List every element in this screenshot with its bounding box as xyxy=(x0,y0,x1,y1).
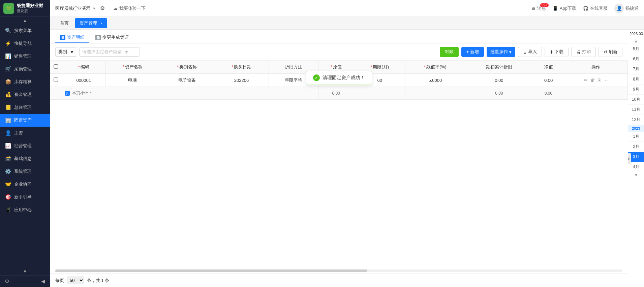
sidebar-item-basicinfo[interactable]: 🗃️ 基础信息 xyxy=(0,152,50,165)
batch-ops-arrow: ▾ xyxy=(509,50,512,55)
print-label: 打印 xyxy=(582,49,591,55)
company-arrow-icon: ▼ xyxy=(92,6,96,10)
calendar-nav-down[interactable]: ▼ xyxy=(634,172,639,178)
refresh-button[interactable]: ↺ 刷新 xyxy=(599,47,622,57)
change-voucher-icon: 📄 xyxy=(95,35,101,40)
category-select[interactable]: 类别 ▼ xyxy=(55,47,77,57)
month-10[interactable]: 10月 xyxy=(628,95,644,105)
sidebar-item-operations[interactable]: 📈 经营管理 xyxy=(0,139,50,152)
header-category: *类别名称 xyxy=(160,61,214,74)
company-selector[interactable]: 医疗器械行业演示 ▼ xyxy=(55,5,96,11)
sidebar-item-purchase[interactable]: 🛒 采购管理 xyxy=(0,63,50,75)
scrollbar-track[interactable] xyxy=(55,269,622,272)
cell-code: 000001 xyxy=(62,74,105,87)
expand-btn[interactable]: ◀ xyxy=(628,153,631,164)
sidebar-item-ledger[interactable]: 📒 总账管理 xyxy=(0,101,50,114)
category-label: 类别 xyxy=(58,49,67,55)
sidebar-item-appstore[interactable]: 📱 应用中心 xyxy=(0,203,50,216)
notifications-badge: 99+ xyxy=(540,3,549,7)
row-select-checkbox[interactable] xyxy=(54,77,58,82)
topbar-gear-icon[interactable]: ⚙ xyxy=(100,5,105,11)
edit-icon[interactable]: ✏ xyxy=(584,77,588,83)
row-checkbox[interactable] xyxy=(50,74,62,87)
more-icon[interactable]: ⋯ xyxy=(603,77,608,83)
sidebar-item-quicknav[interactable]: ⚡ 快捷导航 xyxy=(0,37,50,50)
delete-icon[interactable]: 🗑 xyxy=(590,77,595,83)
category-placeholder-text: 请选择固定资产类别 xyxy=(82,49,122,55)
user-profile-btn[interactable]: 👤 畅捷通 xyxy=(614,4,639,13)
right-panel: ◀ 2023.03 ▲ 5月 6月 7月 8月 9月 10月 11月 12月 2… xyxy=(628,30,644,287)
cloud-icon: ☁ xyxy=(113,6,118,11)
year-label[interactable]: 2023 xyxy=(628,125,644,132)
header-net-value: 净值 xyxy=(533,61,564,74)
month-1[interactable]: 1月 xyxy=(628,132,644,142)
cell-residual-rate: 5.0000 xyxy=(405,74,465,87)
download-button[interactable]: ⬇ 下载 xyxy=(545,47,569,57)
month-9[interactable]: 9月 xyxy=(628,85,644,95)
sidebar-item-system[interactable]: ⚙️ 系统管理 xyxy=(0,165,50,178)
sidebar-item-guide[interactable]: 🎯 新手引导 xyxy=(0,191,50,203)
tab-assets[interactable]: 资产管理 × xyxy=(75,18,107,28)
import-button[interactable]: ⤓ 导入 xyxy=(518,47,542,57)
guide-icon: 🎯 xyxy=(5,194,11,200)
sidebar-item-label: 销售管理 xyxy=(14,53,32,59)
category-placeholder[interactable]: 请选择固定资产类别 ▼ xyxy=(79,47,140,57)
cell-purchase-date: 202206 xyxy=(214,74,269,87)
online-support-btn[interactable]: 🎧 在线客服 xyxy=(583,5,608,11)
batch-ops-label: 批量操作 xyxy=(490,49,508,55)
refresh-icon: ↺ xyxy=(604,50,607,55)
tabs-bar: 首页 资产管理 × xyxy=(50,17,644,30)
month-2[interactable]: 2月 xyxy=(628,142,644,152)
sidebar-item-payroll[interactable]: 👤 工资 xyxy=(0,127,50,139)
experience-btn[interactable]: ☁ 我要体验一下 xyxy=(113,5,146,11)
month-12[interactable]: 12月 xyxy=(628,115,644,125)
topbar-divider xyxy=(109,5,109,12)
logo: 💚 畅捷通好业财 普及版 xyxy=(0,0,50,17)
app-download-btn[interactable]: 📱 App下载 xyxy=(553,5,576,11)
sidebar-item-assets[interactable]: 🏢 固定资产 xyxy=(0,114,50,127)
settings-icon[interactable]: ⚙ xyxy=(5,278,9,284)
category-arrow-icon: ▼ xyxy=(70,50,74,55)
copy-icon[interactable]: ⎘ xyxy=(598,77,601,83)
sidebar-item-sales[interactable]: 📊 销售管理 xyxy=(0,50,50,63)
sub-tabs: ☰ 资产明细 📄 变更生成凭证 xyxy=(50,30,628,43)
scrollbar-thumb[interactable] xyxy=(55,269,367,272)
year-month-label: 2023.03 xyxy=(630,32,643,36)
notifications-btn[interactable]: 🖥 消息 99+ xyxy=(531,5,546,11)
placeholder-arrow-icon: ▼ xyxy=(124,50,129,55)
sidebar-scroll-down[interactable]: ▼ xyxy=(0,268,50,275)
download-icon: ⬇ xyxy=(550,50,553,55)
batch-ops-button[interactable]: 批量操作 ▾ xyxy=(487,47,515,57)
header-residual-rate: *残值率(%) xyxy=(405,61,465,74)
month-5[interactable]: 5月 xyxy=(628,44,644,54)
refresh-label: 刷新 xyxy=(609,49,617,55)
month-8[interactable]: 8月 xyxy=(628,74,644,85)
sub-tab-change-voucher[interactable]: 📄 变更生成凭证 xyxy=(91,32,133,43)
funds-icon: 💰 xyxy=(5,92,11,98)
tab-home[interactable]: 首页 xyxy=(55,18,73,28)
reconcile-button[interactable]: 对账 xyxy=(440,47,459,57)
collapse-icon[interactable]: ◀ xyxy=(41,278,45,284)
print-button[interactable]: 🖨 打印 xyxy=(571,47,596,57)
sidebar-scroll-up[interactable]: ▲ xyxy=(0,17,50,24)
per-page-select[interactable]: 50 100 xyxy=(67,277,84,284)
reconcile-label: 对账 xyxy=(445,49,454,55)
month-4[interactable]: 4月 xyxy=(628,162,644,172)
month-6[interactable]: 6月 xyxy=(628,54,644,64)
sidebar-item-inventory[interactable]: 📦 库存核算 xyxy=(0,75,50,88)
sidebar-item-search[interactable]: 🔍 搜索菜单 xyxy=(0,24,50,37)
sidebar-item-label: 固定资产 xyxy=(14,117,32,123)
tab-close-icon[interactable]: × xyxy=(100,21,102,25)
sidebar-item-funds[interactable]: 💰 资金管理 xyxy=(0,88,50,101)
toolbar-right: 对账 + 新增 批量操作 ▾ ⤓ 导入 ⬇ 下载 xyxy=(440,47,622,57)
select-all-checkbox[interactable] xyxy=(54,64,58,69)
month-11[interactable]: 11月 xyxy=(628,105,644,115)
sidebar-item-enterprise[interactable]: 🤝 企业协同 xyxy=(0,178,50,191)
subtotal-row: 页 本页小计： 0.00 0.00 0.00 xyxy=(50,87,628,100)
success-icon: ✓ xyxy=(313,74,320,81)
new-button[interactable]: + 新增 xyxy=(461,47,484,57)
header-checkbox[interactable] xyxy=(50,61,62,74)
calendar-nav-up[interactable]: ▲ xyxy=(634,38,639,44)
sub-tab-asset-detail[interactable]: ☰ 资产明细 xyxy=(55,32,89,43)
month-7[interactable]: 7月 xyxy=(628,64,644,74)
